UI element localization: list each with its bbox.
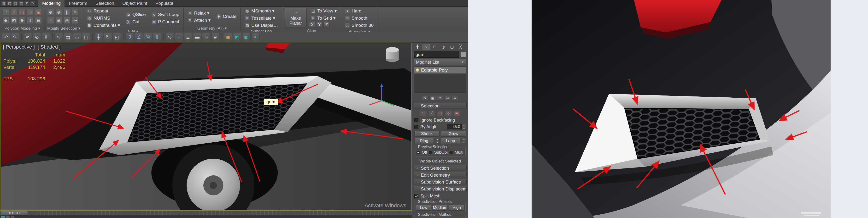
- display-tab-icon[interactable]: ▢: [448, 44, 456, 50]
- outline-selection-icon[interactable]: ◌: [47, 17, 54, 24]
- ring-button[interactable]: Ring: [414, 138, 434, 144]
- use-displacement-button[interactable]: ▨Use Displa…: [243, 22, 280, 29]
- hierarchy-tab-icon[interactable]: ⊟: [431, 44, 438, 50]
- select-and-scale-button[interactable]: ◱: [113, 33, 121, 41]
- modify-selection-section-label[interactable]: Modify Selection ▾: [47, 25, 80, 31]
- window-crossing-button[interactable]: ◫: [82, 33, 90, 41]
- render-setup-button[interactable]: ◩: [233, 33, 241, 41]
- percent-snap-button[interactable]: %: [144, 33, 152, 41]
- tessellate-button[interactable]: ⊞Tessellate ▾: [243, 15, 280, 21]
- show-end-result-button[interactable]: ▣: [429, 95, 436, 101]
- hard-button[interactable]: ▲Hard: [343, 8, 375, 14]
- collapse-stack-icon[interactable]: ⇓: [27, 17, 34, 24]
- status-icon[interactable]: [1, 216, 5, 218]
- x-axis-button[interactable]: X: [309, 22, 315, 28]
- object-name-field[interactable]: [414, 51, 459, 58]
- make-planar-button[interactable]: ▱ Make Planar: [285, 8, 307, 28]
- smooth-30-button[interactable]: ◡Smooth 30: [343, 22, 375, 29]
- grow-button[interactable]: Grow: [441, 131, 466, 137]
- polygon-subobject-icon[interactable]: ◇: [445, 110, 452, 116]
- time-slider-track[interactable]: [28, 211, 412, 215]
- undo-button[interactable]: ↶: [2, 33, 10, 41]
- swift-loop-button[interactable]: ≋Swift Loop: [150, 11, 181, 18]
- by-angle-checkbox[interactable]: [414, 125, 418, 129]
- vertex-subobject-icon[interactable]: ∷: [420, 110, 427, 116]
- nurms-button[interactable]: ◍NURMS: [85, 15, 122, 21]
- border-subobject-icon[interactable]: ▢: [437, 110, 443, 116]
- tab-object-paint[interactable]: Object Paint: [119, 0, 151, 7]
- rollout-subdivision-displacement[interactable]: Subdivision Displacement: [414, 186, 467, 192]
- viewport[interactable]: [ Perspective ] [ Shaded ] Totalgum Poly…: [0, 43, 412, 211]
- create-button[interactable]: ╋Create: [215, 13, 238, 20]
- modifier-list-dropdown[interactable]: Modifier List ▼: [414, 59, 466, 65]
- save-file-icon[interactable]: ◫: [19, 1, 24, 6]
- remove-modifier-button[interactable]: ⊗: [444, 95, 451, 101]
- tab-selection[interactable]: Selection: [92, 0, 118, 7]
- preview-toggle-icon[interactable]: ◩: [10, 17, 17, 24]
- new-file-icon[interactable]: ▢: [7, 1, 12, 6]
- z-axis-button[interactable]: Z: [323, 22, 330, 28]
- loop-spinner[interactable]: [462, 138, 466, 144]
- stack-item-editable-poly[interactable]: Editable Poly: [414, 67, 466, 73]
- open-file-icon[interactable]: ▤: [13, 1, 18, 6]
- cut-button[interactable]: ╳Cut: [124, 19, 148, 25]
- edge-subobject-icon[interactable]: ╱: [428, 110, 435, 116]
- pin-stack-button[interactable]: ⊽: [422, 95, 429, 101]
- object-mode-icon[interactable]: ◆: [2, 17, 9, 24]
- loop-button[interactable]: Loop: [441, 138, 460, 144]
- rollout-subdivision-surface[interactable]: Subdivision Surface: [414, 179, 467, 185]
- ignore-backfacing-checkbox[interactable]: [414, 118, 418, 122]
- rectangular-selection-region-button[interactable]: ▭: [73, 33, 81, 41]
- generate-topology-icon[interactable]: ▦: [35, 17, 42, 24]
- preview-subobj-radio[interactable]: [429, 151, 432, 154]
- element-mode-icon[interactable]: ▣: [35, 9, 42, 15]
- undo-icon[interactable]: ↶: [25, 1, 29, 6]
- constraints-dropdown[interactable]: ⊞Constraints ▾: [85, 22, 122, 29]
- step-loop-icon[interactable]: ⇢: [72, 17, 79, 24]
- loop-selection-icon[interactable]: ∞: [72, 9, 79, 15]
- shrink-selection-icon[interactable]: ⊖: [55, 9, 62, 15]
- tab-freeform[interactable]: Freeform: [65, 0, 91, 7]
- status-icon[interactable]: [11, 216, 14, 218]
- angle-snap-button[interactable]: ∠: [135, 33, 143, 41]
- split-mesh-checkbox[interactable]: [414, 194, 418, 198]
- geometry-all-section-label[interactable]: Geometry (All) ▾: [186, 25, 238, 31]
- relax-button[interactable]: ≈Relax ▾: [186, 10, 212, 16]
- repeat-button[interactable]: ↻Repeat: [85, 8, 122, 14]
- modify-tab-icon[interactable]: ∿: [423, 44, 430, 50]
- make-unique-button[interactable]: ⊻: [437, 95, 443, 101]
- preset-low-button[interactable]: Low: [416, 205, 431, 211]
- rollout-edit-geometry[interactable]: Edit Geometry: [414, 172, 467, 178]
- configure-modifier-sets-button[interactable]: ≣: [452, 95, 458, 101]
- to-view-button[interactable]: ◫To View ▾: [309, 8, 338, 14]
- grow-selection-icon[interactable]: ⊕: [47, 9, 54, 15]
- qslice-button[interactable]: ◪QSlice: [124, 11, 148, 18]
- app-menu-icon[interactable]: ▦: [1, 1, 6, 6]
- y-axis-button[interactable]: Y: [316, 22, 322, 28]
- element-subobject-icon[interactable]: ▣: [454, 110, 460, 116]
- preset-medium-button[interactable]: Medium: [433, 205, 448, 211]
- curve-editor-button[interactable]: ∿: [202, 33, 210, 41]
- tab-populate[interactable]: Populate: [152, 0, 177, 7]
- p-connect-button[interactable]: ⋈P Connect: [150, 19, 181, 25]
- bind-to-space-warp-button[interactable]: ⇓: [42, 33, 50, 41]
- link-button[interactable]: ∞: [24, 33, 32, 41]
- align-button[interactable]: ≡: [175, 33, 183, 41]
- smooth-button[interactable]: ◠Smooth: [343, 15, 375, 21]
- rendered-frame-window-button[interactable]: ▣: [242, 33, 250, 41]
- select-and-rotate-button[interactable]: ↻: [104, 33, 112, 41]
- viewport-shading-label[interactable]: [ Shaded ]: [38, 44, 61, 50]
- fill-hole-selection-icon[interactable]: ◎: [64, 17, 70, 24]
- by-angle-spinner[interactable]: [462, 124, 466, 130]
- snaps-toggle-button[interactable]: 3: [126, 33, 134, 41]
- select-by-name-button[interactable]: ▤: [64, 33, 72, 41]
- by-angle-field[interactable]: 45.0: [447, 124, 462, 130]
- msmooth-button[interactable]: ◍MSmooth ▾: [243, 8, 280, 14]
- material-editor-button[interactable]: ◉: [224, 33, 232, 41]
- attach-button[interactable]: ⊕Attach ▾: [186, 17, 212, 24]
- object-color-swatch[interactable]: [461, 52, 466, 58]
- viewport-pov-label[interactable]: [ Perspective ]: [3, 44, 35, 50]
- motion-tab-icon[interactable]: ◎: [440, 44, 447, 50]
- select-and-move-button[interactable]: ╋: [95, 33, 103, 41]
- create-tab-icon[interactable]: ╋: [414, 44, 421, 50]
